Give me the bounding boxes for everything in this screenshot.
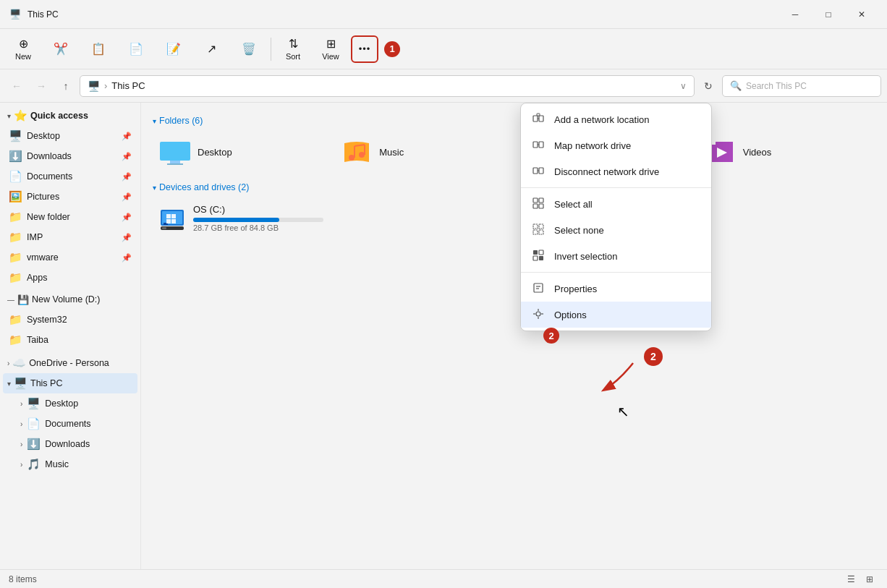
sidebar-item-system32[interactable]: 📁 System32 [3, 310, 137, 330]
menu-item-select-none[interactable]: Select none [521, 217, 711, 243]
menu-item-invert[interactable]: Invert selection [521, 243, 711, 269]
imp-label: IMP [27, 232, 43, 242]
videos-folder-name: Videos [743, 147, 772, 158]
forward-button[interactable]: → [30, 75, 52, 97]
new-volume-arrow: — [7, 296, 14, 304]
view-button[interactable]: ⊞ View [313, 33, 348, 65]
taiba-label: Taiba [27, 335, 48, 345]
documents-folder-icon: 📄 [9, 170, 22, 183]
close-button[interactable]: ✕ [845, 3, 878, 26]
menu-item-disconnect[interactable]: Disconnect network drive [521, 158, 711, 184]
sidebar-item-apps[interactable]: 📁 Apps [3, 268, 137, 288]
svg-rect-41 [539, 256, 543, 260]
folder-music[interactable]: Music [334, 133, 512, 171]
view-label: View [322, 52, 339, 61]
list-view-button[interactable]: ☰ [842, 572, 860, 587]
svg-rect-37 [539, 230, 543, 234]
address-dropdown-icon[interactable]: ∨ [680, 81, 687, 91]
onedrive-group[interactable]: › ☁️ OneDrive - Persona [3, 353, 137, 373]
folders-arrow: ▾ [153, 117, 156, 125]
sort-button[interactable]: ⇅ Sort [276, 33, 310, 65]
svg-rect-40 [533, 256, 538, 260]
svg-rect-14 [166, 214, 171, 218]
sidebar-item-pc-desktop[interactable]: › 🖥️ Desktop [3, 393, 137, 414]
addressbar: ← → ↑ 🖥️ › This PC ∨ ↻ 🔍 Search This PC [0, 69, 887, 103]
svg-rect-42 [534, 284, 543, 292]
search-icon: 🔍 [730, 80, 742, 91]
svg-rect-0 [160, 142, 190, 161]
invert-label: Invert selection [554, 251, 617, 262]
menu-divider-1 [521, 187, 711, 188]
folder-videos[interactable]: Videos [698, 133, 875, 171]
sidebar-item-pc-downloads[interactable]: › ⬇️ Downloads [3, 434, 137, 454]
paste-button[interactable]: 📄 [119, 33, 153, 65]
sidebar-item-pc-music[interactable]: › 🎵 Music [3, 454, 137, 474]
sidebar-item-downloads[interactable]: ⬇️ Downloads 📌 [3, 146, 137, 166]
drive-os-c[interactable]: OS (C:) 28.7 GB free of 84.8 GB [153, 200, 875, 237]
quick-access-group[interactable]: ▾ ⭐ Quick access [3, 106, 137, 126]
sidebar-item-desktop[interactable]: 🖥️ Desktop 📌 [3, 126, 137, 146]
menu-item-options[interactable]: Options [521, 302, 711, 328]
music-folder-big-icon [341, 139, 372, 165]
svg-rect-33 [539, 204, 543, 208]
svg-rect-35 [539, 224, 543, 229]
svg-rect-20 [533, 116, 538, 122]
pin-icon-dl: 📌 [122, 152, 132, 161]
menu-item-add-network[interactable]: Add a network location [521, 106, 711, 132]
address-box[interactable]: 🖥️ › This PC ∨ [80, 75, 695, 97]
search-placeholder: Search This PC [746, 81, 807, 91]
view-icon: ⊞ [326, 37, 336, 51]
delete-button[interactable]: 🗑️ [232, 33, 266, 65]
cut-icon: ✂️ [54, 42, 68, 56]
search-box[interactable]: 🔍 Search This PC [722, 75, 881, 97]
svg-rect-28 [539, 168, 543, 174]
maximize-button[interactable]: □ [812, 3, 845, 26]
svg-rect-39 [539, 250, 543, 255]
menu-item-select-all[interactable]: Select all [521, 191, 711, 217]
grid-view-button[interactable]: ⊞ [861, 572, 878, 587]
drives-arrow: ▾ [153, 184, 156, 192]
sidebar-item-documents[interactable]: 📄 Documents 📌 [3, 166, 137, 187]
sidebar-item-new-folder[interactable]: 📁 New folder 📌 [3, 207, 137, 227]
folder-desktop[interactable]: Desktop [153, 133, 330, 171]
sidebar-item-vmware[interactable]: 📁 vmware 📌 [3, 247, 137, 268]
invert-icon [531, 250, 546, 263]
more-button[interactable]: ••• [351, 35, 378, 63]
this-pc-group[interactable]: ▾ 🖥️ This PC [3, 373, 137, 393]
new-label: New [15, 52, 31, 61]
sidebar: ▾ ⭐ Quick access 🖥️ Desktop 📌 ⬇️ Downloa… [0, 103, 141, 569]
new-button[interactable]: ⊕ New [6, 33, 41, 65]
up-button[interactable]: ↑ [55, 75, 77, 97]
sidebar-item-taiba[interactable]: 📁 Taiba [3, 330, 137, 350]
onedrive-arrow: › [7, 359, 9, 367]
copy-button[interactable]: 📋 [81, 33, 116, 65]
desktop-folder-big-icon [160, 139, 190, 165]
menu-item-properties[interactable]: Properties 2 [521, 276, 711, 302]
minimize-button[interactable]: ─ [778, 3, 812, 26]
window-controls: ─ □ ✕ [778, 3, 878, 26]
drive-bar [193, 218, 279, 222]
sidebar-item-pc-documents[interactable]: › 📄 Documents [3, 414, 137, 434]
back-button[interactable]: ← [6, 75, 27, 97]
content-area: ▾ Folders (6) Desktop [141, 103, 887, 569]
sidebar-item-pictures[interactable]: 🖼️ Pictures 📌 [3, 187, 137, 207]
desktop-folder-icon: 🖥️ [9, 129, 22, 142]
imp-folder-icon: 📁 [9, 231, 22, 244]
svg-rect-16 [166, 219, 171, 223]
dropdown-menu: Add a network location Map network drive… [520, 103, 712, 331]
quick-access-arrow: ▾ [7, 112, 11, 120]
drive-bar-container [193, 218, 323, 222]
pc-documents-label: Documents [45, 419, 90, 429]
refresh-button[interactable]: ↻ [697, 75, 719, 97]
sidebar-item-imp[interactable]: 📁 IMP 📌 [3, 227, 137, 247]
new-folder-icon: 📁 [9, 210, 22, 223]
new-volume-item[interactable]: — 💾 New Volume (D:) [3, 289, 137, 310]
menu-item-map-drive[interactable]: Map network drive [521, 132, 711, 158]
cut-button[interactable]: ✂️ [43, 33, 78, 65]
drives-section-header: ▾ Devices and drives (2) [153, 182, 875, 192]
svg-rect-21 [539, 116, 543, 122]
rename-button[interactable]: 📝 [156, 33, 191, 65]
share-button[interactable]: ↗ [194, 33, 229, 65]
new-icon: ⊕ [19, 37, 28, 51]
mouse-cursor: ↖ [617, 403, 629, 420]
